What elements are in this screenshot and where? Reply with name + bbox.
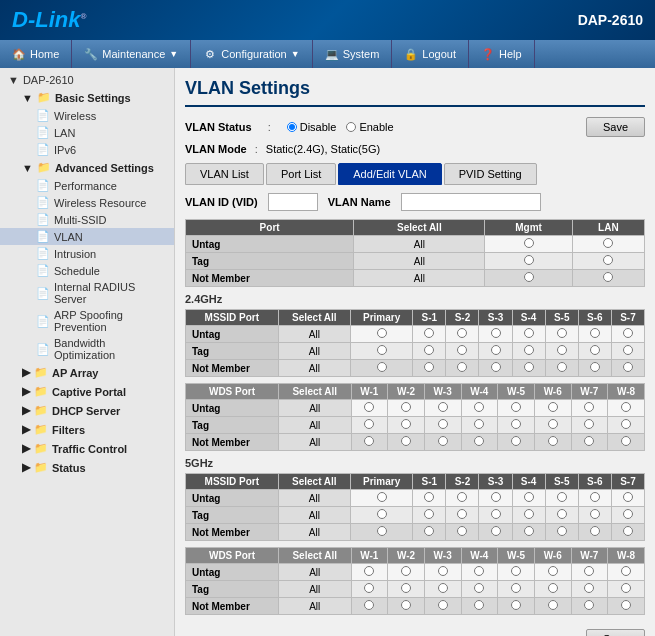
status-label: VLAN Status [185,121,252,133]
maintenance-arrow: ▼ [169,49,178,59]
nav-maintenance[interactable]: 🔧 Maintenance ▼ [72,40,191,68]
row-notmember-lan[interactable] [572,270,644,287]
basic-arrow: ▼ [22,92,33,104]
perf-icon: 📄 [36,179,50,192]
sidebar-sched-label: Schedule [54,265,100,277]
row-tag-mgmt[interactable] [485,253,572,270]
col-5-s7: S-7 [611,474,644,490]
maintenance-icon: 🔧 [84,47,98,61]
tab-port-list[interactable]: Port List [266,163,336,185]
logo-dlink: D-Link [12,7,80,32]
sidebar-item-vlan[interactable]: 📄 VLAN [0,228,174,245]
vlan-id-input[interactable] [268,193,318,211]
ms-icon: 📄 [36,213,50,226]
tab-add-edit-vlan[interactable]: Add/Edit VLAN [338,163,441,185]
nav-logout[interactable]: 🔒 Logout [392,40,469,68]
col-s5: S-5 [545,310,578,326]
model-name: DAP-2610 [578,12,643,28]
sidebar-group-traffic[interactable]: ▶ 📁 Traffic Control [0,439,174,458]
sidebar-item-multissid[interactable]: 📄 Multi-SSID [0,211,174,228]
nav-home[interactable]: 🏠 Home [0,40,72,68]
sidebar-ap-label: AP Array [52,367,98,379]
wds24-nm-label: Not Member [186,434,279,451]
nav-home-label: Home [30,48,59,60]
sidebar-group-basic[interactable]: ▼ 📁 Basic Settings [0,88,174,107]
row-notmember-mgmt[interactable] [485,270,572,287]
wds5-nm-all: All [278,598,351,615]
radio-disable[interactable]: Disable [287,121,337,133]
tab-pvid-setting[interactable]: PVID Setting [444,163,537,185]
root-arrow: ▼ [8,74,19,86]
sidebar-group-captive[interactable]: ▶ 📁 Captive Portal [0,382,174,401]
sidebar-item-performance[interactable]: 📄 Performance [0,177,174,194]
col-5-w6: W-6 [534,548,571,564]
sidebar: ▼ DAP-2610 ▼ 📁 Basic Settings 📄 Wireless… [0,68,175,636]
mode-row: VLAN Mode : Static(2.4G), Static(5G) [185,143,645,155]
sidebar-group-filters[interactable]: ▶ 📁 Filters [0,420,174,439]
sidebar-advanced-label: Advanced Settings [55,162,154,174]
table-row: Tag All [186,507,645,524]
radio-disable-input[interactable] [287,122,297,132]
row-tag-label: Tag [186,253,354,270]
sidebar-group-advanced[interactable]: ▼ 📁 Advanced Settings [0,158,174,177]
sidebar-item-schedule[interactable]: 📄 Schedule [0,262,174,279]
status-radio-group: Disable Enable [287,121,394,133]
save-button-bottom[interactable]: Save [586,629,645,636]
col-5-s4: S-4 [512,474,545,490]
row-untag-mgmt[interactable] [485,236,572,253]
wds5-untag-label: Untag [186,564,279,581]
sidebar-captive-label: Captive Portal [52,386,126,398]
mode-colon: : [255,143,258,155]
radio-enable-input[interactable] [346,122,356,132]
sidebar-item-ipv6[interactable]: 📄 IPv6 [0,141,174,158]
row-tag-lan[interactable] [572,253,644,270]
sidebar-root[interactable]: ▼ DAP-2610 [0,72,174,88]
radio-enable-label: Enable [359,121,393,133]
col-s3: S-3 [479,310,512,326]
sidebar-item-wireless[interactable]: 📄 Wireless [0,107,174,124]
col-select-all: Select All [354,220,485,236]
ipv6-icon: 📄 [36,143,50,156]
table-row: Untag All [186,490,645,507]
tab-vlan-list[interactable]: VLAN List [185,163,264,185]
col-s1: S-1 [413,310,446,326]
sidebar-group-aparray[interactable]: ▶ 📁 AP Array [0,363,174,382]
col-5-w4: W-4 [461,548,498,564]
mssid5-nm-all: All [278,524,350,541]
sidebar-item-arp[interactable]: 📄 ARP Spoofing Prevention [0,307,174,335]
sidebar-item-lan[interactable]: 📄 LAN [0,124,174,141]
sidebar-bw-label: Bandwidth Optimization [54,337,166,361]
sched-icon: 📄 [36,264,50,277]
content-area: VLAN Settings VLAN Status : Disable Enab… [175,68,655,636]
row-untag-lan[interactable] [572,236,644,253]
nav-help-label: Help [499,48,522,60]
sidebar-item-wireless-resource[interactable]: 📄 Wireless Resource [0,194,174,211]
nav-system[interactable]: 💻 System [313,40,393,68]
folder-status-icon: 📁 [34,461,48,474]
save-button-top[interactable]: Save [586,117,645,137]
sidebar-wireless-label: Wireless [54,110,96,122]
status-arrow: ▶ [22,461,30,474]
col-w3: W-3 [424,384,461,400]
table-row: Tag All [186,417,645,434]
status-row: VLAN Status : Disable Enable Save [185,117,645,137]
folder-ap-icon: 📁 [34,366,48,379]
col-5-primary: Primary [350,474,412,490]
col-5-wds-port: WDS Port [186,548,279,564]
radio-enable[interactable]: Enable [346,121,393,133]
sidebar-group-status[interactable]: ▶ 📁 Status [0,458,174,477]
col-w2: W-2 [388,384,425,400]
sidebar-item-bandwidth[interactable]: 📄 Bandwidth Optimization [0,335,174,363]
bw-icon: 📄 [36,343,50,356]
vlan-id-label: VLAN ID (VID) [185,196,258,208]
nav-configuration[interactable]: ⚙ Configuration ▼ [191,40,312,68]
sidebar-item-radius[interactable]: 📄 Internal RADIUS Server [0,279,174,307]
vlan-id-row: VLAN ID (VID) VLAN Name [185,193,645,211]
row-untag-all: All [354,236,485,253]
row-tag-all: All [354,253,485,270]
mssid-24-table: MSSID Port Select All Primary S-1 S-2 S-… [185,309,645,377]
vlan-name-input[interactable] [401,193,541,211]
nav-help[interactable]: ❓ Help [469,40,535,68]
sidebar-item-intrusion[interactable]: 📄 Intrusion [0,245,174,262]
sidebar-group-dhcp[interactable]: ▶ 📁 DHCP Server [0,401,174,420]
